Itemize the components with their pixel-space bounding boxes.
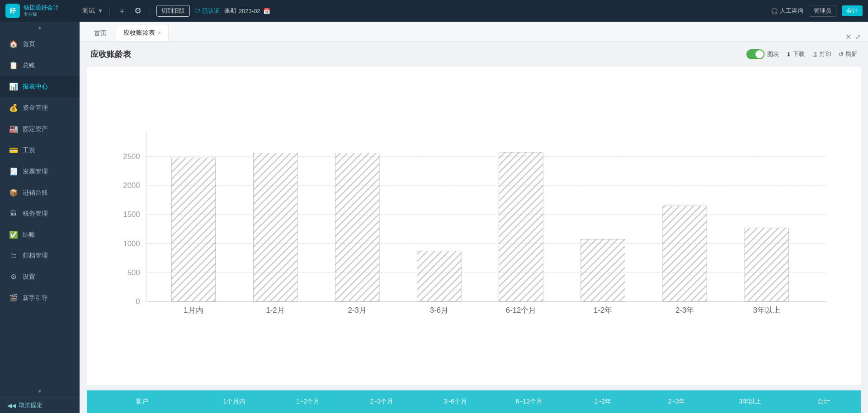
table-col-3年以上: 3年以上 — [713, 390, 787, 413]
sidebar-label-结账: 结账 — [23, 231, 35, 239]
sidebar-item-资金管理[interactable]: 💰资金管理 — [0, 97, 80, 118]
report-title: 应收账龄表 — [90, 49, 131, 60]
sidebar-item-新手引导[interactable]: 🎬新手引导 — [0, 287, 80, 309]
close-window-button[interactable]: ✕ — [845, 33, 851, 41]
tab-receivables[interactable]: 应收账龄表 × — [116, 25, 169, 41]
cancel-fixed-label: 取消固定 — [19, 401, 42, 409]
header-separator-1 — [109, 6, 110, 15]
sidebar-item-总账[interactable]: 📋总账 — [0, 55, 80, 76]
tab-receivables-label: 应收账龄表 — [123, 29, 155, 37]
refresh-icon: ↺ — [839, 51, 844, 58]
chart-toggle-wrap: 图表 — [746, 49, 779, 59]
scroll-up-arrow[interactable]: ▲ — [0, 22, 80, 33]
table-col-6~12个月: 6~12个月 — [492, 390, 566, 413]
sidebar-label-设置: 设置 — [23, 273, 35, 281]
company-selector[interactable]: 测试 ▼ — [82, 7, 103, 15]
refresh-button[interactable]: ↺ 刷新 — [839, 50, 857, 58]
bar-2-3年 — [663, 206, 707, 301]
sidebar-label-税务管理: 税务管理 — [23, 210, 48, 218]
logo-area: 好 畅捷通好会计 专业版 — [5, 4, 78, 18]
calendar-icon[interactable]: 📅 — [263, 8, 270, 14]
chart-container: 0 500 1000 1500 2000 2500 — [87, 67, 861, 385]
sidebar-label-发票管理: 发票管理 — [23, 168, 48, 176]
bar-1-2月 — [253, 153, 297, 301]
expand-window-button[interactable]: ⤢ — [855, 33, 861, 41]
sidebar-item-进销台账[interactable]: 📦进销台账 — [0, 182, 80, 203]
tab-home[interactable]: 首页 — [87, 26, 114, 41]
period-info: 账期 2023-02 📅 — [224, 7, 270, 15]
tab-bar: 首页 应收账龄表 × ✕ ⤢ — [80, 22, 868, 42]
download-button[interactable]: ⬇ 下载 — [786, 50, 805, 58]
bar-1月内 — [171, 158, 216, 302]
logo-icon: 好 — [5, 4, 20, 18]
sidebar-item-首页[interactable]: 🏠首页 — [0, 33, 80, 55]
download-icon: ⬇ — [786, 51, 791, 58]
user-button[interactable]: 管理员 — [809, 5, 836, 17]
sidebar: ▲ 🏠首页📋总账📊报表中心💰资金管理🏭固定资产💳工资🧾发票管理📦进销台账🏛税务管… — [0, 22, 80, 413]
sidebar-item-设置[interactable]: ⚙设置 — [0, 266, 80, 287]
bar-6-12月 — [499, 152, 543, 301]
sidebar-label-工资: 工资 — [23, 146, 35, 155]
svg-text:1000: 1000 — [123, 239, 140, 248]
table-col-3~6个月: 3~6个月 — [419, 390, 492, 413]
logo-sub: 专业版 — [24, 11, 59, 18]
add-button[interactable]: ＋ — [116, 4, 128, 18]
sidebar-icon-新手引导: 🎬 — [9, 294, 18, 302]
chart-toggle-label: 图表 — [767, 50, 779, 58]
scroll-down-arrow[interactable]: ▼ — [0, 385, 80, 397]
headset-icon: 🎧 — [771, 8, 778, 14]
main-layout: ▲ 🏠首页📋总账📊报表中心💰资金管理🏭固定资产💳工资🧾发票管理📦进销台账🏛税务管… — [0, 22, 868, 413]
bar-chart-svg: 0 500 1000 1500 2000 2500 — [96, 76, 852, 376]
svg-text:3年以上: 3年以上 — [753, 306, 780, 314]
sidebar-icon-设置: ⚙ — [9, 272, 18, 281]
report-actions: 图表 ⬇ 下载 🖨 打印 ↺ 刷新 — [746, 49, 857, 59]
sidebar-icon-报表中心: 📊 — [9, 82, 18, 91]
svg-text:6-12个月: 6-12个月 — [506, 306, 536, 314]
page-content: 应收账龄表 图表 ⬇ 下载 🖨 打印 ↺ — [80, 42, 868, 413]
sidebar-icon-资金管理: 💰 — [9, 103, 18, 112]
sidebar-item-固定资产[interactable]: 🏭固定资产 — [0, 118, 80, 140]
certified-badge: 🛡 已认证 — [194, 7, 220, 15]
sidebar-label-首页: 首页 — [23, 40, 35, 48]
bar-3-6月 — [417, 251, 462, 301]
consult-button[interactable]: 🎧 人工咨询 — [771, 7, 803, 15]
logo-text-wrap: 畅捷通好会计 专业版 — [24, 4, 59, 18]
svg-text:2-3年: 2-3年 — [675, 306, 694, 314]
bar-2-3月 — [335, 153, 379, 301]
sidebar-icon-固定资产: 🏭 — [9, 125, 18, 133]
cancel-fixed-button[interactable]: ◀◀ 取消固定 — [0, 397, 80, 413]
sidebar-item-发票管理[interactable]: 🧾发票管理 — [0, 161, 80, 182]
bar-1-2年 — [581, 239, 625, 301]
sidebar-label-进销台账: 进销台账 — [23, 189, 48, 197]
period-value: 2023-02 — [239, 8, 260, 14]
logo-text: 畅捷通好会计 — [24, 4, 59, 11]
chart-toggle[interactable] — [746, 49, 764, 59]
consult-label: 人工咨询 — [780, 7, 803, 15]
svg-text:1月内: 1月内 — [184, 306, 203, 314]
print-button[interactable]: 🖨 打印 — [812, 50, 831, 58]
sidebar-scroll: 🏠首页📋总账📊报表中心💰资金管理🏭固定资产💳工资🧾发票管理📦进销台账🏛税务管理✅… — [0, 33, 80, 385]
sidebar-label-总账: 总账 — [23, 61, 35, 70]
role-button[interactable]: 会计 — [842, 5, 863, 16]
tab-actions: ✕ ⤢ — [845, 33, 861, 41]
sidebar-icon-归档管理: 🗂 — [9, 252, 18, 260]
sidebar-icon-进销台账: 📦 — [9, 188, 18, 197]
sidebar-item-结账[interactable]: ✅结账 — [0, 224, 80, 245]
print-label: 打印 — [820, 50, 831, 58]
header-separator-2 — [150, 6, 150, 15]
sidebar-item-归档管理[interactable]: 🗂归档管理 — [0, 245, 80, 266]
sidebar-icon-结账: ✅ — [9, 230, 18, 239]
settings-icon[interactable]: ⚙ — [132, 4, 143, 18]
sidebar-label-新手引导: 新手引导 — [23, 294, 48, 302]
table-col-2~3个月: 2~3个月 — [345, 390, 419, 413]
table-col-1~2年: 1~2年 — [566, 390, 640, 413]
certified-text: 已认证 — [202, 7, 220, 15]
switch-old-btn[interactable]: 切到旧版 — [156, 5, 190, 17]
sidebar-item-税务管理[interactable]: 🏛税务管理 — [0, 203, 80, 224]
download-label: 下载 — [793, 50, 805, 58]
report-header: 应收账龄表 图表 ⬇ 下载 🖨 打印 ↺ — [80, 42, 868, 67]
svg-text:1500: 1500 — [123, 210, 140, 219]
sidebar-item-报表中心[interactable]: 📊报表中心 — [0, 76, 80, 97]
sidebar-item-工资[interactable]: 💳工资 — [0, 140, 80, 161]
close-tab-icon[interactable]: × — [158, 30, 161, 36]
